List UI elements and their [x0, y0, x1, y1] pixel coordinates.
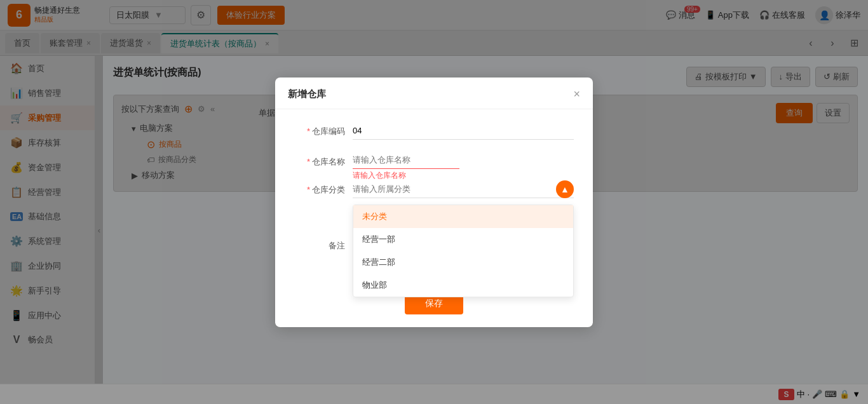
dropdown-item-uncategorized[interactable]: 未分类 [353, 205, 573, 228]
modal-title: 新增仓库 [288, 88, 326, 100]
dropdown-item-property[interactable]: 物业部 [353, 274, 573, 297]
category-dropdown-list: 未分类 经营一部 经营二部 物业部 [353, 205, 574, 297]
category-row: 仓库分类 ▲ 未分类 经营一部 经营二部 物业部 [294, 180, 574, 198]
modal-body: 仓库编码 仓库名称 请输入仓库名称 仓库分类 ▲ [275, 109, 593, 288]
name-label: 仓库名称 [294, 152, 345, 168]
category-label: 仓库分类 [294, 180, 345, 196]
code-label: 仓库编码 [294, 122, 345, 137]
code-row: 仓库编码 [294, 122, 574, 140]
modal-header: 新增仓库 × [275, 77, 593, 109]
modal-overlay: 新增仓库 × 仓库编码 仓库名称 请输入仓库名称 仓库分类 [0, 0, 868, 404]
category-select-wrap: ▲ 未分类 经营一部 经营二部 物业部 [353, 180, 574, 198]
name-input[interactable] [353, 151, 459, 169]
dropdown-item-dept2[interactable]: 经营二部 [353, 251, 573, 274]
name-row: 仓库名称 请输入仓库名称 [294, 151, 574, 169]
modal-close-btn[interactable]: × [573, 88, 580, 101]
chevron-up-icon: ▲ [560, 184, 569, 194]
name-error-msg: 请输入仓库名称 [353, 170, 406, 181]
note-label: 备注 [294, 236, 345, 252]
dropdown-item-dept1[interactable]: 经营一部 [353, 228, 573, 251]
category-input[interactable] [353, 180, 574, 198]
code-input[interactable] [353, 122, 574, 140]
warehouse-modal: 新增仓库 × 仓库编码 仓库名称 请输入仓库名称 仓库分类 [275, 77, 593, 327]
category-dropdown-btn[interactable]: ▲ [556, 180, 574, 198]
